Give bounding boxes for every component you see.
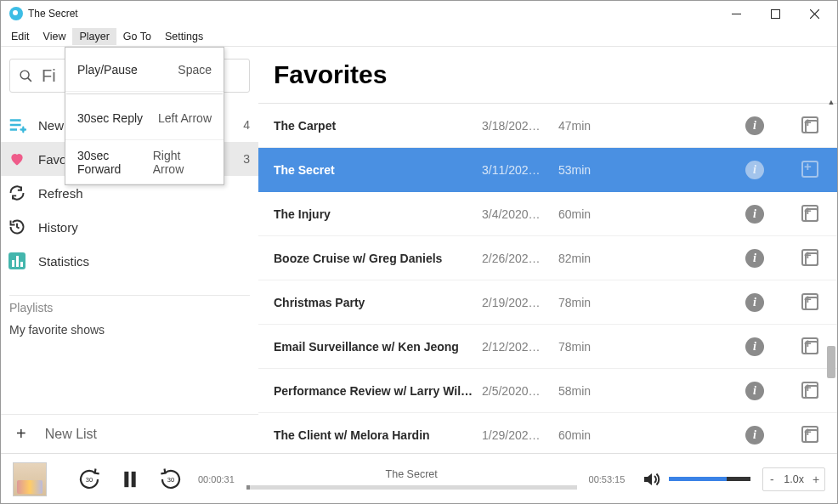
menu-item-30sec-forward[interactable]: 30sec Forward Right Arrow: [65, 140, 224, 184]
skip-back-button[interactable]: 30: [74, 464, 105, 495]
add-icon: [801, 116, 820, 135]
info-icon: i: [745, 161, 764, 179]
episode-row[interactable]: Email Surveillance w/ Ken Jeong2/12/202……: [258, 325, 837, 369]
add-icon: [801, 205, 820, 224]
episode-date: 3/18/202…: [482, 119, 558, 133]
info-button[interactable]: i: [744, 247, 766, 269]
episode-date: 3/11/202…: [482, 163, 558, 177]
new-list-button[interactable]: + New List: [1, 414, 258, 453]
episode-title: Email Surveillance w/ Ken Jeong: [274, 340, 482, 354]
refresh-icon: [8, 184, 26, 202]
menu-item-accel: Right Arrow: [153, 149, 212, 176]
add-to-queue-button[interactable]: [800, 247, 822, 269]
sidebar-item-label: History: [38, 220, 250, 235]
episode-duration: 60min: [558, 207, 609, 221]
close-button[interactable]: [795, 1, 834, 26]
scroll-thumb[interactable]: [827, 346, 835, 378]
menu-view[interactable]: View: [37, 28, 73, 45]
info-button[interactable]: i: [744, 115, 766, 137]
sidebar-item-count: 4: [243, 118, 250, 132]
now-playing-title: The Secret: [386, 468, 438, 480]
episode-title: Booze Cruise w/ Greg Daniels: [274, 252, 482, 265]
episode-row[interactable]: Christmas Party2/19/202…78mini: [258, 280, 837, 325]
playlist-item[interactable]: My favorite shows: [9, 320, 250, 340]
add-to-queue-button[interactable]: [800, 292, 822, 314]
svg-point-1: [20, 71, 29, 79]
episode-title: Christmas Party: [274, 296, 482, 309]
info-button[interactable]: i: [744, 203, 766, 225]
info-icon: i: [745, 337, 764, 356]
skip-forward-button[interactable]: 30: [156, 464, 186, 495]
speed-minus-button[interactable]: -: [763, 473, 780, 486]
episode-duration: 53min: [558, 163, 609, 177]
episode-row[interactable]: The Secret3/11/202…53mini: [258, 148, 837, 192]
elapsed-time: 00:00:31: [198, 474, 235, 484]
add-icon: [801, 337, 820, 356]
sidebar-item-statistics[interactable]: Statistics: [1, 244, 258, 278]
episode-row[interactable]: Booze Cruise w/ Greg Daniels2/26/202…82m…: [258, 236, 837, 280]
add-icon: [801, 382, 820, 400]
plus-icon: +: [16, 424, 26, 444]
add-to-queue-button[interactable]: [800, 380, 822, 402]
info-button[interactable]: i: [744, 336, 766, 358]
menu-item-30sec-reply[interactable]: 30sec Reply Left Arrow: [65, 96, 224, 140]
track-area: The Secret: [246, 468, 577, 490]
info-button[interactable]: i: [744, 380, 766, 402]
volume-icon[interactable]: [642, 469, 662, 490]
menu-edit[interactable]: Edit: [4, 28, 37, 45]
episode-row[interactable]: Performance Review w/ Larry Wilmore2/5/2…: [258, 369, 837, 413]
maximize-button[interactable]: [756, 1, 795, 26]
info-icon: i: [745, 426, 764, 445]
search-text: Fi: [42, 66, 56, 86]
info-button[interactable]: i: [744, 292, 766, 314]
scrollbar[interactable]: ▲: [825, 96, 837, 453]
add-to-queue-button[interactable]: [800, 424, 822, 446]
speed-plus-button[interactable]: +: [807, 473, 824, 486]
episode-title: The Carpet: [274, 119, 482, 133]
episode-row[interactable]: The Carpet3/18/202…47mini: [258, 104, 837, 148]
speed-control: - 1.0x +: [762, 467, 825, 491]
episode-date: 2/5/2020…: [482, 384, 558, 398]
menu-divider: [66, 93, 223, 94]
speed-value: 1.0x: [780, 473, 807, 485]
episode-duration: 47min: [558, 119, 609, 133]
menu-goto[interactable]: Go To: [116, 28, 158, 45]
menu-player[interactable]: Player: [72, 28, 116, 45]
episode-date: 2/19/202…: [482, 296, 558, 309]
playlists-section-label: Playlists: [9, 295, 250, 320]
info-icon: i: [745, 205, 764, 224]
add-icon: [801, 249, 820, 268]
svg-text:30: 30: [167, 476, 174, 484]
add-to-queue-button[interactable]: [800, 203, 822, 225]
episode-date: 1/29/202…: [482, 428, 558, 442]
add-icon: [801, 161, 820, 179]
scroll-up-icon[interactable]: ▲: [825, 96, 837, 108]
play-pause-button[interactable]: [115, 464, 145, 495]
episode-row[interactable]: The Client w/ Melora Hardin1/29/202…60mi…: [258, 413, 837, 453]
menu-item-play-pause[interactable]: Play/Pause Space: [65, 48, 224, 92]
minimize-button[interactable]: [716, 1, 756, 26]
info-button[interactable]: i: [744, 424, 766, 446]
add-to-queue-button[interactable]: [800, 159, 822, 181]
sidebar-item-history[interactable]: History: [1, 210, 258, 244]
episode-duration: 78min: [558, 340, 609, 354]
info-button[interactable]: i: [744, 159, 766, 181]
episode-row[interactable]: The Injury3/4/2020…60mini: [258, 192, 837, 236]
sidebar-item-label: Statistics: [38, 254, 250, 269]
history-icon: [8, 218, 26, 236]
progress-slider[interactable]: [246, 485, 577, 490]
add-to-queue-button[interactable]: [800, 115, 822, 137]
page-title: Favorites: [258, 47, 837, 103]
volume-slider[interactable]: [669, 477, 750, 481]
menu-item-label: 30sec Reply: [77, 111, 143, 125]
menu-settings[interactable]: Settings: [158, 28, 210, 45]
info-icon: i: [745, 249, 764, 268]
episode-date: 2/12/202…: [482, 340, 558, 354]
menu-item-label: 30sec Forward: [77, 149, 153, 176]
episode-duration: 78min: [558, 296, 609, 309]
album-art[interactable]: [13, 462, 47, 496]
add-to-queue-button[interactable]: [800, 336, 822, 358]
episode-title: The Secret: [274, 163, 482, 177]
episode-list: The Carpet3/18/202…47miniThe Secret3/11/…: [258, 104, 837, 453]
heart-icon: [8, 150, 26, 168]
